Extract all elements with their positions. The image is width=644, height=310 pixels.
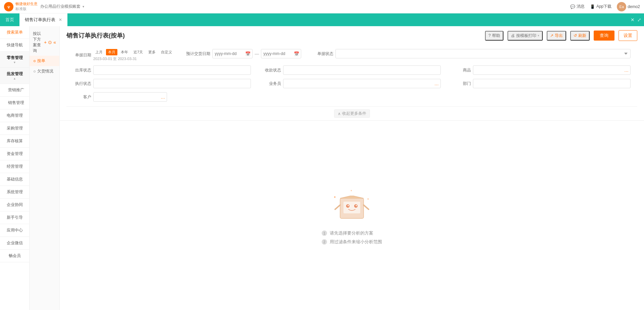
operations-label: 经营管理 — [7, 164, 23, 169]
sidebar-item-member[interactable]: 畅会员 — [0, 250, 29, 262]
logo-text: 畅捷做好生意 — [15, 2, 38, 6]
date-btn-more[interactable]: 更多 — [146, 49, 158, 55]
retail-label: 零售管理 — [7, 55, 23, 61]
logo-text-wrap: 畅捷做好生意 标准版 — [15, 2, 38, 11]
sub-sidebar-item-owed[interactable]: 欠货情况 — [30, 66, 59, 76]
sidebar-item-ecommerce[interactable]: 电商管理 — [0, 109, 29, 122]
breadcrumb-chevron-icon[interactable]: ▾ — [83, 5, 84, 8]
query-btn[interactable]: 查询 — [594, 31, 614, 41]
add-scheme-icon[interactable]: + — [44, 40, 47, 45]
edit-scheme-icon[interactable]: ⊙ — [48, 40, 52, 45]
date-btn-this-year[interactable]: 本年 — [119, 49, 130, 55]
pressed-label: 按单 — [37, 58, 45, 64]
sidebar-item-retail[interactable]: 零售管理 ▾ — [0, 52, 29, 68]
date-btn-this-month[interactable]: 本月 — [106, 49, 117, 55]
customer-input[interactable] — [93, 92, 167, 102]
tab-close-all-icon[interactable]: ✕ — [631, 17, 635, 22]
search-menu-label: 搜索菜单 — [7, 30, 23, 35]
empty-illustration: ✦ ✦ ✦ — [332, 183, 372, 223]
sidebar-item-newbie[interactable]: 新手引导 — [0, 211, 29, 224]
receive-status-select[interactable] — [283, 65, 441, 75]
sub-sidebar-item-pressed[interactable]: 按单 — [30, 56, 59, 66]
messages-btn[interactable]: 💬 消息 — [570, 4, 585, 9]
collapse-sub-icon[interactable]: « — [53, 40, 56, 45]
app-download-label: App下载 — [596, 4, 611, 9]
date-btn-7days[interactable]: 近7天 — [131, 49, 145, 55]
filter-row-1: 单据日期 上月 本月 本年 近7天 更多 自定义 2023-03-01 至 20… — [73, 49, 631, 61]
step1-num: 1 — [322, 230, 327, 236]
svg-text:✦: ✦ — [367, 198, 369, 201]
sidebar-search-menu[interactable]: 搜索菜单 — [0, 26, 29, 39]
date-section: 上月 本月 本年 近7天 更多 自定义 2023-03-01 至 2023-03… — [93, 49, 174, 61]
out-status-label: 出库状态 — [73, 67, 91, 73]
exec-status-select[interactable] — [93, 79, 251, 88]
salesperson-input[interactable] — [283, 79, 441, 88]
sidebar-item-inventory[interactable]: 库存核算 — [0, 135, 29, 148]
sidebar-item-wechat[interactable]: 企业微信 — [0, 237, 29, 250]
inventory-label: 库存核算 — [7, 138, 23, 144]
salesperson-wrap: … — [283, 79, 441, 88]
status-select[interactable] — [335, 49, 631, 58]
svg-point-7 — [356, 205, 357, 206]
exec-status-field: 执行状态 — [73, 79, 251, 88]
dept-select[interactable] — [473, 79, 631, 88]
user-area[interactable]: Ea demo2 — [617, 2, 640, 11]
collapse-btn[interactable]: ∧ 收起更多条件 — [334, 109, 370, 118]
goods-input[interactable] — [473, 65, 631, 75]
receive-status-wrap — [283, 65, 441, 75]
export-btn[interactable]: ↗ 导出 — [547, 31, 566, 41]
customer-label: 客户 — [73, 94, 91, 100]
empty-step-1: 1 请先选择要分析的方案 — [322, 230, 382, 236]
empty-state: ✦ ✦ ✦ 1 请先选择要分析的方案 2 用过滤条件来缩小分析范围 — [60, 121, 644, 310]
sidebar-item-wholesale[interactable]: 批发管理 ▴ — [0, 68, 29, 84]
avatar-text: Ea — [620, 5, 624, 9]
logo-area[interactable]: 畅捷做好生意 标准版 — [4, 2, 38, 11]
export-label: 导出 — [555, 33, 563, 39]
collapse-bar[interactable]: ∧ 收起更多条件 — [66, 106, 637, 120]
page-title-row: 销售订单执行表(按单) ? 帮助 🖨 按模板打印 ▾ ↗ 导出 — [66, 30, 637, 44]
date-btn-last-month[interactable]: 上月 — [93, 49, 105, 55]
tab-sales-exec[interactable]: 销售订单执行表 ✕ — [19, 13, 67, 26]
sidebar-quick-nav[interactable]: 快捷导航 — [0, 39, 29, 52]
sidebar-item-finance[interactable]: 资金管理 — [0, 148, 29, 160]
message-icon: 💬 — [570, 4, 575, 9]
collapse-label: 收起更多条件 — [342, 111, 366, 116]
sidebar-item-enterprise[interactable]: 企业协同 — [0, 199, 29, 211]
sidebar-item-basic[interactable]: 基础信息 — [0, 173, 29, 186]
expected-date-label: 预计交货日期 — [186, 51, 210, 57]
sidebar-item-system[interactable]: 系统管理 — [0, 186, 29, 199]
basic-label: 基础信息 — [7, 176, 23, 182]
sidebar-item-sales[interactable]: 销售管理 — [0, 97, 29, 109]
tab-expand-icon[interactable]: ⤢ — [637, 17, 641, 22]
main-layout: 搜索菜单 快捷导航 零售管理 ▾ 批发管理 ▴ 营销推广 销售管理 电商管理 采… — [0, 26, 644, 310]
tab-home[interactable]: 首页 — [0, 13, 19, 26]
svg-text:✦: ✦ — [333, 195, 336, 199]
filter-row-3: 执行状态 业务员 … — [73, 79, 631, 88]
svg-point-1 — [8, 7, 9, 8]
breadcrumb: 办公用品行业模拟账套 ▾ — [40, 4, 84, 9]
help-btn[interactable]: ? 帮助 — [485, 31, 503, 41]
doc-status-group: 单据状态 — [313, 49, 631, 58]
messages-label: 消息 — [577, 4, 585, 9]
date-btn-custom[interactable]: 自定义 — [159, 49, 174, 55]
customer-wrap: … — [93, 92, 167, 102]
dept-field: 部门 — [453, 79, 631, 88]
sidebar-item-operations[interactable]: 经营管理 — [0, 160, 29, 173]
tab-close-icon[interactable]: ✕ — [59, 17, 62, 22]
date-label: 单据日期 — [73, 52, 91, 58]
step2-num: 2 — [322, 239, 327, 245]
sales-label: 销售管理 — [8, 100, 24, 106]
app-download-btn[interactable]: 📱 App下载 — [590, 4, 611, 9]
settings-btn[interactable]: 设置 — [619, 30, 637, 41]
sidebar-item-marketing[interactable]: 营销推广 — [0, 84, 29, 97]
out-status-select[interactable] — [93, 65, 251, 75]
print-btn[interactable]: 🖨 按模板打印 ▾ — [507, 31, 543, 41]
salesperson-field: 业务员 … — [263, 79, 441, 88]
refresh-btn[interactable]: ↺ 刷新 — [570, 31, 590, 41]
finance-label: 资金管理 — [7, 151, 23, 157]
sidebar-item-apps[interactable]: 应用中心 — [0, 224, 29, 237]
sidebar-item-purchase[interactable]: 采购管理 — [0, 122, 29, 135]
page-actions: ? 帮助 🖨 按模板打印 ▾ ↗ 导出 ↺ 刷新 — [485, 30, 637, 41]
goods-label: 商品 — [453, 67, 471, 73]
out-status-field: 出库状态 — [73, 65, 251, 75]
